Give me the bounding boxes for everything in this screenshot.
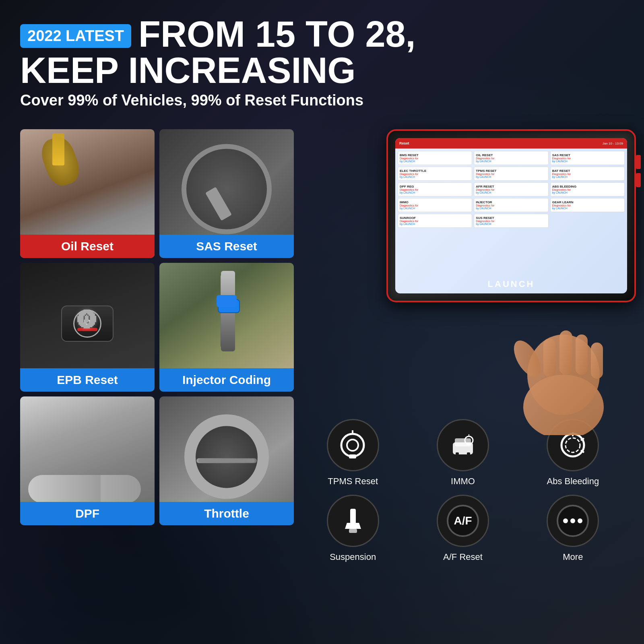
screen-item-abs[interactable]: ABS BLEEDINGDiagnostics forby LAUNCH xyxy=(550,182,625,196)
screen-item-sunroof[interactable]: SUNROOFDiagnostics forby LAUNCH xyxy=(398,214,472,228)
suspension-icon xyxy=(339,507,367,535)
screen-item-afr[interactable]: AFR RESETDiagnostics forby LAUNCH xyxy=(474,182,548,196)
side-button-2[interactable] xyxy=(636,173,641,187)
headline-line2: KEEP INCREASING xyxy=(20,52,624,89)
dot-1 xyxy=(563,518,568,523)
device-body: Reset Jan 10 - 13:09 BMS RESETDiagnostic… xyxy=(386,129,636,302)
svg-point-8 xyxy=(347,440,358,451)
screen-item-bat[interactable]: BAT RESETDiagnostics forby LAUNCH xyxy=(550,167,625,181)
service-label-injector-coding: Injector Coding xyxy=(159,368,294,392)
device-screen: Reset Jan 10 - 13:09 BMS RESETDiagnostic… xyxy=(395,138,627,293)
screen-item-gear[interactable]: GEAR LEARNDiagnostics forby LAUNCH xyxy=(550,198,625,212)
icon-circle-tpms xyxy=(327,419,379,471)
af-symbol: A/F xyxy=(454,514,472,527)
icon-label-more: More xyxy=(563,552,583,562)
screen-item-immo[interactable]: IMMODiagnostics forby LAUNCH xyxy=(398,198,472,212)
svg-rect-2 xyxy=(576,334,588,375)
service-label-dpf: DPF xyxy=(20,502,155,525)
svg-rect-16 xyxy=(456,452,459,455)
screen-title: Reset xyxy=(399,141,603,145)
headline-main: FROM 15 TO 28, xyxy=(138,16,416,52)
svg-rect-3 xyxy=(591,343,603,379)
icon-label-suspension: Suspension xyxy=(330,552,376,562)
page-header: 2022 LATEST FROM 15 TO 28, KEEP INCREASI… xyxy=(20,16,624,121)
svg-point-7 xyxy=(341,434,364,456)
dot-2 xyxy=(570,518,575,523)
svg-rect-12 xyxy=(455,438,471,446)
screen-item-sus[interactable]: SUS RESETDiagnostics forby LAUNCH xyxy=(474,214,548,228)
screen-item-tpms[interactable]: TPMS RESETDiagnostics forby LAUNCH xyxy=(474,167,548,181)
svg-rect-4 xyxy=(559,330,572,375)
icon-circle-af: A/F xyxy=(437,495,489,547)
icon-item-tpms: TPMS Reset xyxy=(302,419,404,487)
icons-grid: TPMS Reset xyxy=(302,419,624,562)
service-card-throttle[interactable]: Throttle xyxy=(159,396,294,525)
main-body: Oil Reset SAS Reset P EPB Reset Injec xyxy=(20,129,624,562)
immo-icon xyxy=(449,430,477,460)
side-button-1[interactable] xyxy=(636,155,641,169)
subheadline: Cover 99% of Vehicles, 99% of Reset Func… xyxy=(20,92,363,109)
right-side: Reset Jan 10 - 13:09 BMS RESETDiagnostic… xyxy=(302,129,624,562)
screen-header: Reset Jan 10 - 13:09 xyxy=(395,138,627,149)
icon-circle-suspension xyxy=(327,495,379,547)
hand-illustration xyxy=(483,294,644,435)
screen-item-bms[interactable]: BMS RESETDiagnostics forby LAUNCH xyxy=(398,151,472,165)
device-side-buttons xyxy=(636,155,641,187)
screen-item-injector[interactable]: INJECTORDiagnostics forby LAUNCH xyxy=(474,198,548,212)
service-card-dpf[interactable]: DPF xyxy=(20,396,155,525)
screen-item-oil[interactable]: OIL RESETDiagnostics forby LAUNCH xyxy=(474,151,548,165)
page-content: 2022 LATEST FROM 15 TO 28, KEEP INCREASI… xyxy=(0,0,644,644)
svg-rect-22 xyxy=(350,509,356,525)
headline-secondary: KEEP INCREASING xyxy=(20,50,356,91)
icon-label-immo: IMMO xyxy=(451,476,475,487)
icon-label-tpms: TPMS Reset xyxy=(328,476,378,487)
screen-content: BMS RESETDiagnostics forby LAUNCH OIL RE… xyxy=(395,149,627,230)
hand-svg xyxy=(483,294,644,435)
icon-item-more: More xyxy=(522,495,624,562)
screen-item-sas[interactable]: SAS RESETDiagnostics forby LAUNCH xyxy=(550,151,625,165)
service-card-injector-coding[interactable]: Injector Coding xyxy=(159,263,294,392)
badge-latest: 2022 LATEST xyxy=(20,24,131,48)
services-grid: Oil Reset SAS Reset P EPB Reset Injec xyxy=(20,129,294,562)
headline-line1: 2022 LATEST FROM 15 TO 28, xyxy=(20,16,416,52)
icon-label-af: A/F Reset xyxy=(443,552,483,562)
svg-point-17 xyxy=(561,434,584,456)
device-logo: LAUNCH xyxy=(488,279,535,289)
icon-item-af-reset: A/F A/F Reset xyxy=(412,495,514,562)
service-label-epb-reset: EPB Reset xyxy=(20,368,155,392)
device-container: Reset Jan 10 - 13:09 BMS RESETDiagnostic… xyxy=(302,129,624,411)
svg-rect-24 xyxy=(349,529,357,533)
service-card-epb-reset[interactable]: P EPB Reset xyxy=(20,263,155,392)
svg-rect-10 xyxy=(349,454,356,458)
service-card-sas-reset[interactable]: SAS Reset xyxy=(159,129,294,258)
service-label-throttle: Throttle xyxy=(159,502,294,525)
svg-point-18 xyxy=(566,438,580,452)
icon-label-abs: Abs Bleeding xyxy=(547,476,599,487)
tpms-icon xyxy=(338,430,368,460)
icon-circle-immo xyxy=(437,419,489,471)
service-label-oil-reset: Oil Reset xyxy=(20,235,155,258)
svg-rect-5 xyxy=(543,339,555,377)
screen-item-dpf[interactable]: DPF REGDiagnostics forby LAUNCH xyxy=(398,182,472,196)
service-card-oil-reset[interactable]: Oil Reset xyxy=(20,129,155,258)
screen-item-throttle[interactable]: ELEC THROTTLEDiagnostics forby LAUNCH xyxy=(398,167,472,181)
dot-3 xyxy=(578,518,582,523)
screen-date: Jan 10 - 13:09 xyxy=(603,142,623,145)
service-label-sas-reset: SAS Reset xyxy=(159,235,294,258)
icon-circle-more xyxy=(547,495,599,547)
svg-marker-23 xyxy=(345,523,361,529)
svg-rect-15 xyxy=(467,452,470,455)
icon-item-suspension: Suspension xyxy=(302,495,404,562)
